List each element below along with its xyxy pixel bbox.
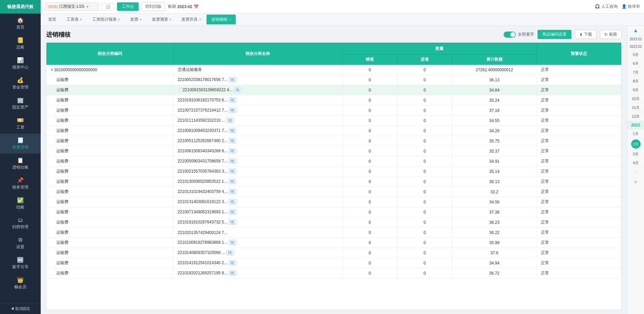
sidebar-item-checkout[interactable]: ✅ 结账 bbox=[0, 194, 41, 214]
row-input: 0 bbox=[397, 95, 452, 105]
row-code: 运输费 bbox=[47, 105, 174, 116]
row-sales: 0 bbox=[342, 116, 397, 126]
unit-tag: 吨 bbox=[226, 118, 234, 123]
row-status: 正常 bbox=[536, 146, 621, 156]
month-1[interactable]: 1月 bbox=[627, 130, 644, 138]
row-invoice: 2210191036192170753 6... 吨 bbox=[173, 95, 342, 105]
sidebar: 畅捷通易代账 🏠 首页 📒 总账 📊 报表中心 💰 资金管理 🏢 固定资产 💴 … bbox=[0, 0, 41, 314]
topbar-right: 🎧 人工咨询 👤 徐泽华 bbox=[595, 4, 640, 9]
month-5[interactable]: 5月 bbox=[627, 51, 644, 59]
row-status: 正常 bbox=[536, 197, 621, 207]
settings-button[interactable]: 商品编码设置 bbox=[538, 30, 571, 39]
month-4[interactable]: 4月 bbox=[627, 159, 644, 168]
document-icon[interactable]: 📄 bbox=[178, 87, 183, 92]
row-sales: 0 bbox=[342, 268, 397, 278]
month-10[interactable]: 10月 bbox=[627, 95, 644, 103]
row-sales: 0 bbox=[342, 187, 397, 197]
row-sales: 0 bbox=[342, 248, 397, 258]
sidebar-item-label: 设置 bbox=[16, 244, 24, 250]
month-12[interactable]: 12月 bbox=[627, 112, 644, 121]
tab-label: 发票开具 bbox=[181, 17, 198, 22]
workbench-button[interactable]: 工作台 bbox=[117, 2, 139, 11]
tab-invoice-open[interactable]: 发票开具 × bbox=[177, 15, 206, 24]
toggle-track[interactable] bbox=[504, 32, 516, 38]
close-icon[interactable]: × bbox=[140, 18, 142, 21]
chevron-down-icon: ▼ bbox=[86, 5, 89, 8]
month-2-active[interactable]: 2月 bbox=[631, 139, 641, 149]
sidebar-item-assets[interactable]: 🏢 固定资产 bbox=[0, 94, 41, 114]
unit-tag: 吨 bbox=[229, 189, 236, 194]
nav-up[interactable]: ▲ bbox=[627, 26, 644, 36]
download-button[interactable]: ⬇ 下载 bbox=[575, 30, 597, 39]
sidebar-item-guide[interactable]: 🆕 新手引导 bbox=[0, 253, 41, 273]
month-6[interactable]: 6月 bbox=[627, 59, 644, 68]
sidebar-item-home[interactable]: 🏠 首页 bbox=[0, 14, 41, 34]
support-label[interactable]: 🎧 人工咨询 bbox=[595, 4, 617, 9]
settings-icon: ⚙ bbox=[18, 237, 23, 243]
close-icon[interactable]: × bbox=[199, 18, 201, 21]
table-row: 运输费 2210061508340340268 8... 吨 0 0 35.37… bbox=[47, 146, 621, 156]
user-label[interactable]: 👤 徐泽华 bbox=[622, 4, 640, 9]
switch-version-button[interactable]: 切到旧版 bbox=[141, 2, 165, 11]
collapse-icon[interactable]: ▾ bbox=[51, 67, 53, 72]
sidebar-item-member[interactable]: 👑 畅会员 bbox=[0, 273, 41, 293]
month-9[interactable]: 9月 bbox=[627, 86, 644, 95]
close-icon[interactable]: × bbox=[170, 18, 172, 21]
row-code: 运输费 bbox=[47, 248, 174, 258]
tab-invoice-calc[interactable]: 发票测算 × bbox=[147, 15, 176, 24]
unit-tag: 吨 bbox=[234, 87, 241, 93]
calendar-icon[interactable]: 📅 bbox=[194, 4, 199, 9]
unpin-button[interactable]: ◀︎ 取消固定 bbox=[0, 303, 41, 314]
close-icon[interactable]: × bbox=[118, 18, 120, 21]
close-icon[interactable]: × bbox=[80, 18, 82, 21]
close-icon[interactable]: × bbox=[229, 18, 231, 21]
tab-salary-table[interactable]: 工资表 × bbox=[62, 15, 87, 24]
favorite-icon[interactable]: ♡ bbox=[627, 168, 644, 178]
sidebar-item-settings[interactable]: ⚙ 设置 bbox=[0, 233, 41, 253]
sidebar-item-ledger[interactable]: 📒 总账 bbox=[0, 34, 41, 54]
row-code: 运输费 bbox=[47, 75, 174, 85]
row-sales: 0 bbox=[342, 75, 397, 85]
copy-button[interactable]: ⬜ bbox=[102, 3, 114, 11]
month-11[interactable]: 11月 bbox=[627, 103, 644, 112]
sidebar-item-invoice[interactable]: 🧾 发票管理 bbox=[0, 134, 41, 154]
row-code: 运输费 bbox=[47, 126, 174, 136]
tab-salary-stats[interactable]: 工资统计报表 × bbox=[87, 15, 125, 24]
expand-toggle[interactable]: 全部展开 bbox=[504, 32, 534, 38]
row-code: 运输费 bbox=[47, 238, 174, 248]
row-sales: 0 bbox=[342, 258, 397, 268]
tab-purchase-sales[interactable]: 进销稽核 × bbox=[207, 15, 236, 24]
unit-tag: 吨 bbox=[229, 158, 236, 164]
sidebar-item-capital[interactable]: 💰 资金管理 bbox=[0, 74, 41, 94]
reports-icon: 📊 bbox=[17, 57, 24, 63]
refresh-button[interactable]: ↻ 刷新 bbox=[600, 30, 622, 39]
tab-invoices[interactable]: 发票 × bbox=[125, 15, 147, 24]
table-row: 运输费 2210050903431708658 7... 吨 0 0 34.91… bbox=[47, 156, 621, 166]
avatar-icon: 👤 bbox=[622, 4, 627, 9]
month-8[interactable]: 8月 bbox=[627, 77, 644, 86]
nav-down[interactable]: ▼ bbox=[627, 178, 644, 188]
unit-tag: 吨 bbox=[229, 270, 236, 276]
sidebar-item-salary[interactable]: 💴 工资 bbox=[0, 114, 41, 134]
sidebar-item-sales[interactable]: 📋 进销台账 bbox=[0, 154, 41, 174]
assets-icon: 🏢 bbox=[17, 97, 24, 103]
month-3[interactable]: 3月 bbox=[627, 150, 644, 159]
company-tag: (勿动) bbox=[48, 4, 58, 9]
page-content: 进销稽核 全部展开 商品编码设置 ⬇ 下载 ↻ 刷 bbox=[41, 26, 627, 314]
month-7[interactable]: 7月 bbox=[627, 68, 644, 77]
sidebar-item-archive[interactable]: 🗂 归档管理 bbox=[0, 214, 41, 233]
unit-tag: 吨 bbox=[229, 138, 236, 143]
row-invoice: 📄2210091503139659222 4... 吨 bbox=[173, 85, 342, 95]
company-selector[interactable]: (勿动) 江西报宝-LSS ▼ bbox=[45, 2, 99, 11]
row-status: 正常 bbox=[536, 166, 621, 177]
row-status: 正常 bbox=[536, 248, 621, 258]
row-sales: 0 bbox=[342, 95, 397, 105]
sidebar-item-tax[interactable]: 📌 税务管理 bbox=[0, 174, 41, 194]
tab-home[interactable]: 首页 bbox=[43, 15, 61, 24]
year-2023[interactable]: 2023 bbox=[627, 121, 644, 130]
row-status: 正常 bbox=[536, 156, 621, 166]
table-row: 运输费 2210130936520853522 1... 吨 0 0 36.13… bbox=[47, 177, 621, 187]
capital-icon: 💰 bbox=[17, 77, 24, 83]
sidebar-item-reports[interactable]: 📊 报表中心 bbox=[0, 54, 41, 74]
year-month-2023-02-bottom: 2023.02 bbox=[627, 43, 644, 51]
